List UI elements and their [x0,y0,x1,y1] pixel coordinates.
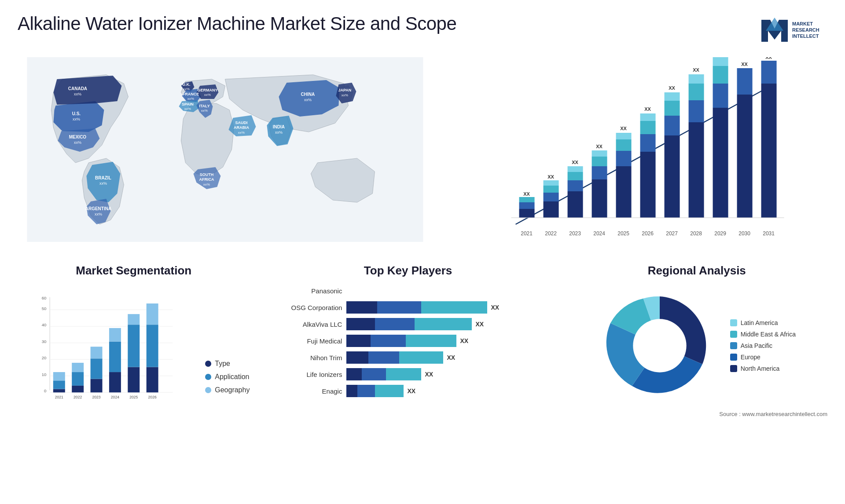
svg-rect-65 [616,139,631,151]
player-bar [346,335,456,347]
svg-text:SPAIN: SPAIN [182,102,194,106]
player-row: Nihon Trim XX [272,351,544,364]
player-bar-container: XX [346,368,544,381]
svg-rect-42 [519,197,534,202]
svg-text:2021: 2021 [521,230,533,237]
page-title: Alkaline Water Ionizer Machine Market Si… [18,13,456,34]
geography-dot [205,387,211,393]
svg-text:SAUDI: SAUDI [235,121,247,125]
svg-text:2022: 2022 [545,230,557,237]
top-section: CANADA xx% U.S. xx% MEXICO xx% BRAZIL xx… [18,57,827,255]
player-bar-container [346,284,544,297]
bar-seg1 [346,385,357,397]
svg-rect-70 [640,134,655,152]
svg-text:MEXICO: MEXICO [69,135,87,139]
player-name: Panasonic [272,287,342,295]
player-value: XX [447,354,455,361]
application-dot [205,374,211,380]
svg-text:INTELLECT: INTELLECT [792,33,819,39]
svg-rect-51 [567,191,583,218]
regional-legend: Latin America Middle East & Africa Asia … [730,319,796,372]
svg-text:XX: XX [765,57,772,60]
middle-east-swatch [730,331,737,338]
segmentation-title: Market Segmentation [18,264,250,278]
logo-svg: MARKET RESEARCH INTELLECT [757,13,827,48]
bar-chart-svg: XX 2021 XX 2022 XX 2023 [450,57,827,246]
legend-asia-pacific: Asia Pacific [730,342,796,349]
svg-text:xx%: xx% [183,87,190,91]
latin-america-swatch [730,319,737,326]
svg-rect-122 [72,363,84,372]
svg-text:XX: XX [523,191,530,197]
svg-rect-72 [640,113,655,121]
svg-text:XX: XX [644,106,651,112]
bar-seg2 [362,368,386,380]
svg-rect-64 [616,151,631,166]
player-row: Life Ionizers XX [272,368,544,381]
svg-text:XX: XX [693,67,699,73]
svg-rect-69 [640,152,655,218]
svg-rect-66 [616,133,631,139]
svg-text:BRAZIL: BRAZIL [95,175,111,180]
player-value: XX [460,337,468,344]
svg-rect-53 [567,172,583,180]
svg-text:U.K.: U.K. [182,82,190,87]
svg-rect-82 [688,100,704,122]
svg-text:ARGENTINA: ARGENTINA [85,206,111,211]
svg-rect-63 [616,166,631,218]
player-bar-container: XX [346,384,544,398]
player-row: Enagic XX [272,384,544,398]
svg-text:U.S.: U.S. [72,111,81,116]
bottom-section: Market Segmentation 0 10 20 30 40 50 60 [18,264,827,491]
asia-pacific-swatch [730,342,737,349]
legend-north-america: North America [730,365,796,372]
legend-latin-america: Latin America [730,319,796,326]
svg-rect-117 [53,380,65,389]
bar-seg2 [368,351,399,364]
svg-rect-118 [53,372,65,380]
svg-rect-75 [664,135,680,218]
bar-seg3 [421,301,487,314]
svg-text:SOUTH: SOUTH [200,172,214,177]
svg-text:2023: 2023 [569,230,581,237]
svg-rect-77 [664,101,680,116]
geography-label: Geography [215,386,250,394]
svg-text:2022: 2022 [73,395,82,399]
player-name: Life Ionizers [272,371,342,378]
svg-text:2027: 2027 [666,230,678,237]
bar-seg2 [377,301,421,314]
svg-rect-120 [72,386,84,392]
world-map-svg: CANADA xx% U.S. xx% MEXICO xx% BRAZIL xx… [18,57,433,242]
svg-rect-45 [543,201,558,218]
svg-rect-41 [519,202,534,209]
legend-application: Application [205,373,250,381]
segmentation-section: Market Segmentation 0 10 20 30 40 50 60 [18,264,250,491]
svg-text:xx%: xx% [238,131,245,135]
player-bar [346,351,443,364]
main-container: Alkaline Water Ionizer Machine Market Si… [0,0,845,504]
svg-rect-128 [109,372,121,392]
svg-rect-133 [128,325,140,367]
bar-seg2 [357,385,375,397]
player-name: Fuji Medical [272,337,342,345]
legend-middle-east: Middle East & Africa [730,331,796,338]
type-dot [205,361,211,367]
bar-seg3 [399,351,443,364]
player-row: Fuji Medical XX [272,334,544,347]
bar-seg1 [346,301,377,314]
svg-text:30: 30 [42,339,47,344]
svg-text:2026: 2026 [148,395,157,399]
svg-text:xx%: xx% [275,130,283,135]
svg-text:xx%: xx% [201,109,208,113]
svg-text:xx%: xx% [187,97,194,101]
svg-text:CANADA: CANADA [68,86,87,91]
svg-text:XX: XX [547,174,554,179]
svg-point-140 [633,319,686,372]
svg-text:XX: XX [620,126,627,131]
svg-text:xx%: xx% [73,117,80,121]
regional-content: Latin America Middle East & Africa Asia … [566,284,827,407]
svg-rect-132 [128,367,140,393]
bar-seg1 [346,351,368,364]
svg-text:2030: 2030 [738,230,750,237]
player-name: AlkaViva LLC [272,321,342,328]
